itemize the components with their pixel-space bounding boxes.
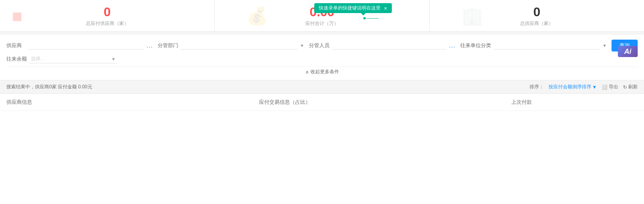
stats-bar: ◆ 0 总应付供应商（家） 💰 0.00 应付合计（万） 快速录单的快捷键说明在…: [0, 0, 644, 32]
dept-label: 分管部门: [158, 42, 178, 49]
diamond-icon: ◆: [7, 5, 29, 26]
balance-placeholder: 选择...: [31, 55, 44, 62]
unit-class-label: 往来单位分类: [460, 42, 491, 49]
filter-supplier: 供应商 ...: [6, 42, 153, 50]
table-col-header-1: 供应商信息: [6, 99, 259, 106]
result-summary: 搜索结果中，供应商0家 应付金额 0.00元: [6, 84, 92, 90]
table-col-header-3: 上次付款: [511, 99, 638, 106]
unit-class-arrow-icon[interactable]: ▼: [602, 43, 607, 48]
table-header: 供应商信息 应付交易信息（占比） 上次付款: [0, 94, 644, 111]
total-suppliers-number: 0: [533, 4, 540, 19]
sort-label: 排序：: [530, 84, 544, 90]
tooltip-close-button[interactable]: ×: [384, 6, 387, 11]
dept-input[interactable]: [181, 42, 297, 50]
payable-total-label: 应付合计（万）: [305, 20, 339, 27]
collapse-button[interactable]: ∧ 收起更多条件: [6, 67, 638, 77]
filter-bar: 供应商 ... 分管部门 ▼ 分管人员 ... 往来单位分类 ▼ 查询 往来余额: [0, 35, 644, 80]
person-input[interactable]: [332, 42, 447, 50]
balance-arrow-icon: ▼: [111, 57, 116, 61]
tooltip-text: 快速录单的快捷键说明在这里: [319, 5, 381, 11]
supplier-input[interactable]: [29, 42, 144, 50]
stat-total-suppliers: 🏢 0 总供应商（家）: [430, 0, 644, 31]
filter-unit-class: 往来单位分类 ▼: [460, 42, 607, 50]
tooltip-popup: 快速录单的快捷键说明在这里 ×: [314, 3, 392, 13]
table-body: [0, 111, 644, 204]
dept-arrow-icon[interactable]: ▼: [300, 43, 304, 48]
refresh-icon: ↻: [623, 84, 627, 90]
export-label: 导出: [609, 84, 618, 90]
ai-badge[interactable]: Ai: [618, 46, 638, 57]
balance-select[interactable]: 选择... ▼: [29, 55, 117, 63]
supplier-label: 供应商: [6, 42, 26, 49]
filter-row-1: 供应商 ... 分管部门 ▼ 分管人员 ... 往来单位分类 ▼ 查询: [6, 40, 638, 51]
payable-suppliers-number: 0: [104, 4, 111, 19]
filter-balance: 往来余额 选择... ▼: [6, 55, 117, 63]
payable-suppliers-label: 总应付供应商（家）: [86, 20, 129, 27]
result-actions: 排序： 按应付会额倒序排序 ▼ ⬜ 导出 ↻ 刷新: [530, 84, 638, 90]
export-icon: ⬜: [602, 84, 608, 90]
sort-select[interactable]: 按应付会额倒序排序 ▼: [549, 84, 597, 90]
person-label: 分管人员: [309, 42, 330, 49]
collapse-label: 收起更多条件: [311, 69, 339, 75]
filter-row-2: 往来余额 选择... ▼: [6, 55, 638, 63]
refresh-label: 刷新: [628, 84, 638, 90]
filter-person: 分管人员 ...: [309, 42, 455, 50]
stat-payable-total: 💰 0.00 应付合计（万） 快速录单的快捷键说明在这里 ×: [215, 0, 429, 31]
unit-class-input[interactable]: [493, 42, 600, 50]
filter-dept: 分管部门 ▼: [158, 42, 304, 50]
table-col-header-2: 应付交易信息（占比）: [259, 99, 512, 106]
total-suppliers-label: 总供应商（家）: [520, 20, 553, 27]
person-dots[interactable]: ...: [449, 42, 455, 49]
tooltip-dot: [362, 16, 366, 20]
collapse-up-icon: ∧: [305, 69, 309, 75]
refresh-button[interactable]: ↻ 刷新: [623, 84, 638, 90]
supplier-dots[interactable]: ...: [147, 42, 153, 49]
result-bar: 搜索结果中，供应商0家 应付金额 0.00元 排序： 按应付会额倒序排序 ▼ ⬜…: [0, 80, 644, 94]
sort-value: 按应付会额倒序排序: [549, 84, 591, 90]
sort-arrow-icon: ▼: [592, 84, 597, 90]
balance-label: 往来余额: [6, 55, 27, 63]
export-button[interactable]: ⬜ 导出: [602, 84, 618, 90]
stat-payable-suppliers: ◆ 0 总应付供应商（家）: [0, 0, 215, 31]
